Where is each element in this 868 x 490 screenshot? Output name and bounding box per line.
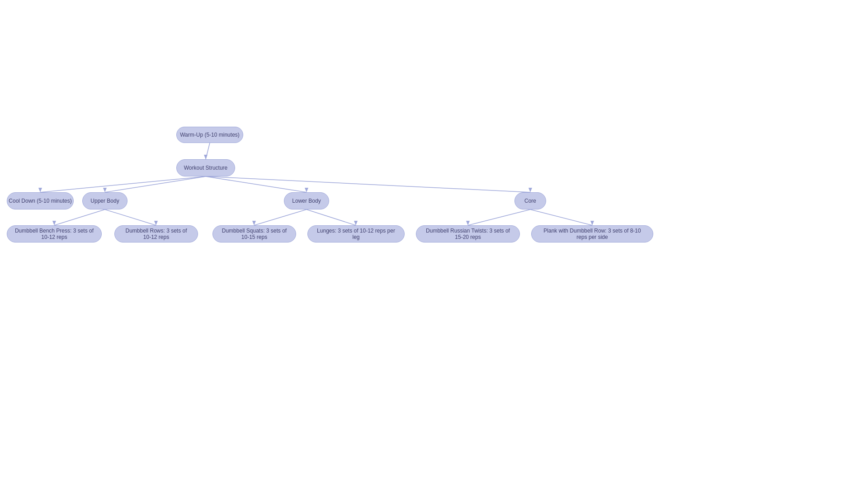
warm-up-label: Warm-Up (5-10 minutes) [180,132,240,138]
node-lunges: Lunges: 3 sets of 10-12 reps per leg [307,225,405,243]
node-workout-structure: Workout Structure [176,159,235,176]
diagram-container: Warm-Up (5-10 minutes) Workout Structure… [0,0,868,490]
svg-marker-12 [103,188,107,192]
lunges-label: Lunges: 3 sets of 10-12 reps per leg [314,228,398,240]
node-upper-body: Upper Body [82,192,127,209]
svg-marker-17 [252,221,256,225]
svg-marker-19 [466,221,470,225]
lower-body-label: Lower Body [292,198,321,204]
svg-line-4 [206,176,530,192]
svg-line-2 [105,176,206,192]
node-core: Core [514,192,546,209]
svg-line-0 [206,143,210,159]
svg-line-3 [206,176,307,192]
node-squats: Dumbbell Squats: 3 sets of 10-15 reps [212,225,296,243]
svg-marker-16 [154,221,158,225]
node-warm-up: Warm-Up (5-10 minutes) [176,127,243,143]
svg-marker-20 [590,221,594,225]
svg-line-1 [40,176,206,192]
svg-marker-18 [354,221,358,225]
node-dumbbell-rows: Dumbbell Rows: 3 sets of 10-12 reps [114,225,198,243]
cool-down-label: Cool Down (5-10 minutes) [9,198,71,204]
core-label: Core [524,198,536,204]
dumbbell-rows-label: Dumbbell Rows: 3 sets of 10-12 reps [121,228,191,240]
connectors-svg [0,0,868,490]
svg-marker-11 [38,188,42,192]
svg-marker-13 [305,188,308,192]
russian-twists-label: Dumbbell Russian Twists: 3 sets of 15-20… [423,228,513,240]
svg-line-7 [254,209,307,225]
svg-marker-15 [52,221,56,225]
node-plank-row: Plank with Dumbbell Row: 3 sets of 8-10 … [531,225,653,243]
svg-line-6 [105,209,156,225]
svg-line-10 [530,209,592,225]
bench-press-label: Dumbbell Bench Press: 3 sets of 10-12 re… [14,228,95,240]
node-lower-body: Lower Body [284,192,329,209]
svg-line-8 [307,209,356,225]
node-cool-down: Cool Down (5-10 minutes) [7,192,74,209]
svg-marker-21 [204,155,208,159]
svg-line-5 [54,209,105,225]
svg-marker-14 [528,188,532,192]
svg-line-9 [468,209,530,225]
upper-body-label: Upper Body [90,198,119,204]
node-bench-press: Dumbbell Bench Press: 3 sets of 10-12 re… [7,225,102,243]
squats-label: Dumbbell Squats: 3 sets of 10-15 reps [219,228,289,240]
workout-structure-label: Workout Structure [184,165,227,171]
plank-row-label: Plank with Dumbbell Row: 3 sets of 8-10 … [538,228,646,240]
node-russian-twists: Dumbbell Russian Twists: 3 sets of 15-20… [416,225,520,243]
